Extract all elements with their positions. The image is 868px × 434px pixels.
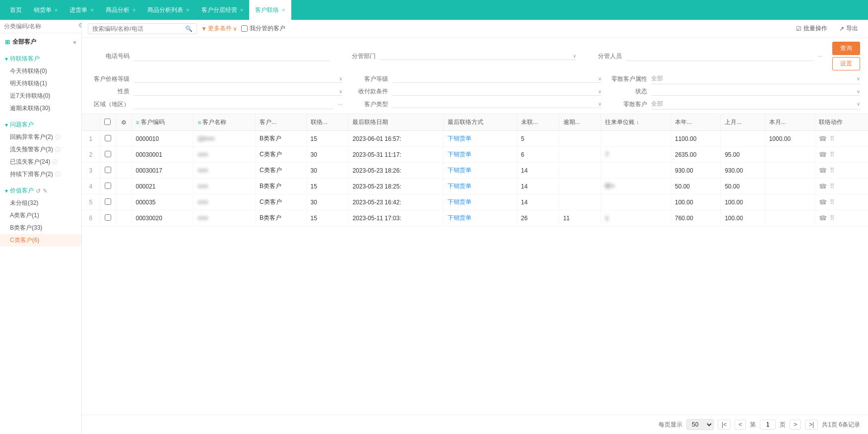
region-input[interactable] [134,100,334,109]
sidebar-group-problem-title[interactable]: ▾ 问题客户 [0,119,81,131]
sidebar-group-value-title[interactable]: ▾ 价值客户 ↺ ✎ [0,185,81,197]
sidebar-item-class-b[interactable]: B类客户(33) [0,222,81,234]
page-number-input[interactable] [760,420,776,430]
sidebar-item-repurchase-anomaly[interactable]: 回购异常客户(2) ⓘ [0,131,81,143]
dept-select[interactable]: ∨ [380,52,576,60]
last-page-btn[interactable]: >| [805,420,818,430]
th-settings[interactable]: ⚙ [116,114,132,131]
row-contact-way-link[interactable]: 下销货单 [448,167,471,174]
manager-input[interactable] [626,52,813,61]
row-num: 3 [82,163,100,179]
phone-action-icon[interactable]: ☎ [819,135,827,142]
sidebar-search-input[interactable] [4,23,78,30]
row-contact-way-link[interactable]: 下销货单 [448,198,471,205]
row-type: B类客户 [256,131,307,147]
nav-purchase-order[interactable]: 进货单 × [64,0,99,20]
sidebar-item-churned[interactable]: 已流失客户(24) ⓘ [0,156,81,168]
my-customers-checkbox[interactable] [241,25,248,32]
sidebar-item-unclassified[interactable]: 未分组(32) [0,197,81,209]
settings-button[interactable]: 设置 [832,57,860,70]
row-checkbox[interactable] [105,135,111,141]
collapse-icon[interactable]: « [73,39,76,46]
sidebar-item-declining[interactable]: 持续下滑客户(2) ⓘ [0,168,81,181]
row-checkbox[interactable] [105,198,111,205]
export-btn[interactable]: ↗ 导出 [835,23,862,34]
sidebar-item-churn-warning[interactable]: 流失预警客户(3) ⓘ [0,143,81,156]
row-last-month [721,131,765,147]
th-customer-type: 客户... [256,114,307,131]
retail-customer-select[interactable]: 全部 ∨ [651,99,860,110]
sidebar-item-class-c[interactable]: C类客户(6) [0,234,81,247]
more-action-icon[interactable]: ⠿ [830,214,835,222]
next-page-btn[interactable]: > [790,420,801,430]
select-all-checkbox[interactable] [104,119,111,125]
row-code: 00030001 [132,147,194,163]
phone-action-icon[interactable]: ☎ [819,214,827,222]
more-action-icon[interactable]: ⠿ [830,198,835,206]
arrow-down-icon-3: ▾ [5,187,8,194]
row-this-month [765,147,814,163]
more-action-icon[interactable]: ⠿ [830,151,835,158]
manager-more-icon[interactable]: ··· [817,53,822,60]
payment-select[interactable]: ∨ [392,88,601,96]
more-action-icon[interactable]: ⠿ [830,183,835,190]
row-contact-way-link[interactable]: 下销货单 [448,214,471,221]
more-conditions-btn[interactable]: ▼ 更多条件 ∨ [201,24,237,33]
close-purchase-order-icon[interactable]: × [90,7,93,13]
region-more-icon[interactable]: ··· [337,101,342,108]
phone-action-icon[interactable]: ☎ [819,198,827,206]
more-action-icon[interactable]: ⠿ [830,167,835,174]
phone-input[interactable] [134,52,330,61]
row-code: 000021 [132,179,194,194]
sidebar-item-class-a[interactable]: A类客户(1) [0,209,81,222]
filter-row-2: 客户价格等级 ∨ 客户等级 ∨ 零散客户属性 全部 [90,73,860,84]
row-this-year: 760.00 [670,210,720,226]
nav-product-analysis-list[interactable]: 商品分析列表 × [141,0,195,20]
row-checkbox[interactable] [105,214,111,221]
row-checkbox[interactable] [105,183,111,189]
filter-row-1: 电话号码 分管部门 ∨ 分管人员 ··· 查询 设置 [90,42,860,70]
edit-icon[interactable]: ✎ [43,187,48,194]
nav-sales-order[interactable]: 销货单 × [28,0,64,20]
retail-attr-select[interactable]: 全部 ∨ [651,73,860,84]
toolbar-search-icon[interactable]: 🔍 [185,25,193,32]
first-page-btn[interactable]: |< [718,420,731,430]
row-contact-way-link[interactable]: 下销货单 [448,183,471,189]
more-action-icon[interactable]: ⠿ [830,135,835,142]
query-button[interactable]: 查询 [832,42,860,55]
row-contact-way-link[interactable]: 下销货单 [448,135,471,142]
sidebar-item-overdue-contact[interactable]: 逾期未联络(30) [0,102,81,115]
sidebar-search-icon[interactable]: 🔍 [78,23,82,30]
customer-level-select[interactable]: ∨ [392,75,601,83]
phone-action-icon[interactable]: ☎ [819,167,827,174]
close-customer-contact-icon[interactable]: × [282,7,285,13]
status-select[interactable]: ∨ [651,88,860,96]
row-checkbox[interactable] [105,151,111,157]
toolbar-search-input[interactable] [92,25,185,32]
nav-customer-layered[interactable]: 客户分层经营 × [196,0,249,20]
nav-customer-contact[interactable]: 客户联络 × [249,0,291,20]
phone-action-icon[interactable]: ☎ [819,151,827,158]
close-product-analysis-list-icon[interactable]: × [186,7,189,13]
sidebar-item-today[interactable]: 今天待联络(0) [0,65,81,77]
sidebar-group-waiting-title[interactable]: ▾ 待联络客户 [0,53,81,65]
customer-type-select[interactable]: ∨ [392,100,601,108]
sidebar-item-7days[interactable]: 近7天待联络(0) [0,90,81,102]
nature-select[interactable]: ∨ [134,88,342,96]
nav-product-analysis[interactable]: 商品分析 × [100,0,141,20]
sidebar-item-tomorrow[interactable]: 明天待联络(1) [0,77,81,90]
sidebar-all-customers[interactable]: ⊞ 全部客户 « [0,35,81,49]
prev-page-btn[interactable]: < [734,420,746,430]
close-sales-order-icon[interactable]: × [55,7,58,13]
close-customer-layered-icon[interactable]: × [240,7,243,13]
batch-op-btn[interactable]: ☑ 批量操作 [792,23,831,34]
price-level-select[interactable]: ∨ [134,75,342,83]
row-checkbox-cell [100,147,116,163]
refresh-icon[interactable]: ↺ [36,187,41,194]
row-checkbox[interactable] [105,167,111,173]
nav-home[interactable]: 首页 [4,0,28,20]
close-product-analysis-icon[interactable]: × [133,7,135,13]
per-page-select[interactable]: 50 20 100 [686,419,714,430]
phone-action-icon[interactable]: ☎ [819,183,827,190]
row-contact-way-link[interactable]: 下销货单 [448,151,471,158]
